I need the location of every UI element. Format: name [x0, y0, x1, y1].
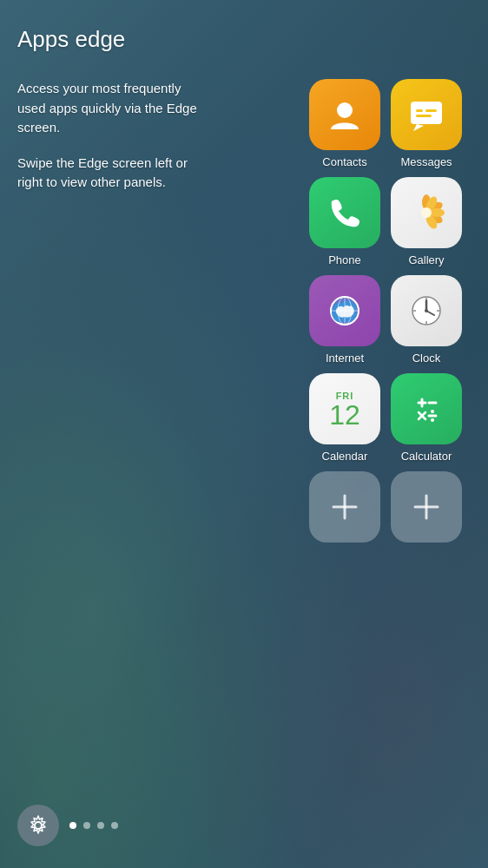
svg-point-33	[431, 418, 434, 422]
internet-icon[interactable]	[309, 275, 380, 346]
description1: Access your most frequently used apps qu…	[17, 79, 200, 138]
calendar-icon[interactable]: FRI 12	[309, 373, 380, 444]
gallery-icon[interactable]	[391, 177, 462, 248]
svg-marker-2	[413, 124, 424, 131]
phone-icon[interactable]	[309, 177, 380, 248]
app-item-internet[interactable]: Internet	[309, 275, 380, 365]
svg-point-38	[35, 822, 42, 829]
app-item-messages[interactable]: Messages	[391, 79, 462, 168]
main-area: Access your most frequently used apps qu…	[17, 79, 471, 796]
page-title: Apps edge	[17, 26, 471, 53]
add-button-2[interactable]	[391, 471, 462, 542]
app-item-calculator[interactable]: Calculator	[391, 373, 462, 463]
app-item-add1[interactable]	[309, 471, 380, 542]
dot-3	[97, 822, 104, 829]
clock-icon-bg[interactable]	[391, 275, 462, 346]
app-row-4: FRI 12 Calendar	[309, 373, 462, 463]
header: Apps edge	[17, 26, 471, 62]
calendar-label: Calendar	[322, 450, 368, 463]
svg-point-0	[337, 102, 353, 118]
app-row-1: Contacts Messages	[309, 79, 462, 168]
dot-2	[83, 822, 90, 829]
gear-icon	[27, 814, 49, 837]
svg-rect-1	[411, 102, 442, 124]
app-item-contacts[interactable]: Contacts	[309, 79, 380, 168]
add-button-1[interactable]	[309, 471, 380, 542]
phone-label: Phone	[328, 253, 361, 266]
svg-rect-5	[416, 115, 432, 117]
calculator-label: Calculator	[401, 450, 452, 463]
bottom-bar	[17, 796, 471, 851]
app-item-gallery[interactable]: Gallery	[391, 177, 462, 266]
svg-rect-3	[416, 109, 423, 112]
calculator-icon[interactable]	[391, 373, 462, 444]
app-item-phone[interactable]: Phone	[309, 177, 380, 266]
content: Apps edge Access your most frequently us…	[0, 0, 488, 868]
description2: Swipe the Edge screen left or right to v…	[17, 154, 200, 193]
gallery-label: Gallery	[408, 253, 444, 266]
settings-button[interactable]	[17, 805, 59, 846]
messages-icon[interactable]	[391, 79, 462, 150]
app-row-2: Phone	[309, 177, 462, 266]
contacts-icon[interactable]	[309, 79, 380, 150]
calendar-day: 12	[329, 401, 360, 429]
svg-point-32	[431, 410, 434, 413]
dot-4	[111, 822, 118, 829]
app-item-calendar[interactable]: FRI 12 Calendar	[309, 373, 380, 463]
contacts-label: Contacts	[322, 155, 366, 168]
app-item-add2[interactable]	[391, 471, 462, 542]
svg-rect-4	[425, 109, 437, 112]
app-row-add	[309, 471, 462, 542]
apps-grid: Contacts Messages	[309, 79, 471, 796]
svg-point-12	[421, 207, 432, 218]
dot-indicators	[69, 822, 118, 829]
app-item-clock[interactable]: Clock	[391, 275, 462, 365]
app-row-3: Internet	[309, 275, 462, 365]
svg-point-21	[425, 309, 428, 312]
internet-label: Internet	[326, 352, 364, 365]
dot-1	[69, 822, 76, 829]
messages-label: Messages	[400, 155, 452, 168]
left-description: Access your most frequently used apps qu…	[17, 79, 309, 796]
clock-label: Clock	[412, 352, 441, 365]
